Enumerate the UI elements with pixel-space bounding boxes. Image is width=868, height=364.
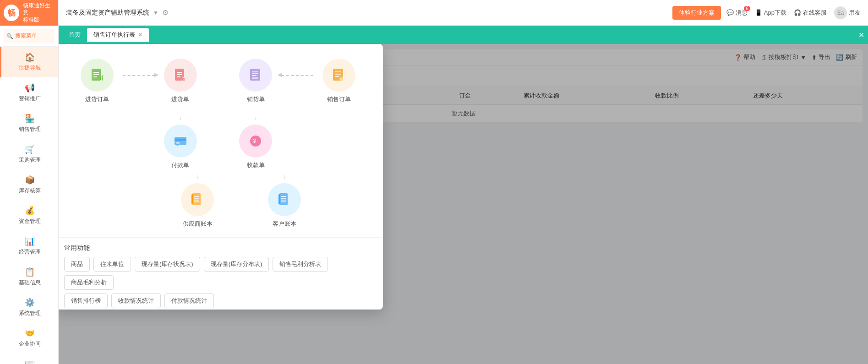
svg-text:✓: ✓ [182, 77, 186, 81]
tab-close-icon[interactable]: ✕ [138, 32, 142, 38]
topbar: 装备及固定资产辅助管理系统 ▼ ⚙ 体验行业方案 💬 消息 6 📱 App下载 … [59, 0, 868, 26]
modal-overlay[interactable]: 进货订单 ▶ [59, 44, 868, 364]
tabbar: 首页 销售订单执行表 ✕ ✕ [59, 26, 868, 44]
svg-text:$: $ [340, 77, 343, 81]
common-btns-row1: 商品 往来单位 现存量(库存状况表) 现存量(库存分布表) 销售毛利分析表 商品… [64, 257, 372, 290]
svg-rect-35 [278, 194, 280, 204]
common-btns-row2: 销售排行榜 收款情况统计 付款情况统计 [64, 293, 372, 308]
sales-bill-circle [239, 59, 272, 92]
message-item[interactable]: 💬 消息 6 [726, 9, 748, 17]
sidebar-item-purchase[interactable]: 🛒 采购管理 [0, 139, 58, 169]
sales-order-label: 销售订单 [327, 95, 351, 103]
receipt-circle: ¥ [239, 125, 272, 158]
sales-icon: 🏪 [25, 114, 35, 124]
sidebar: 畅 畅康通好生意 标准版 🔍 搜索菜单 🏠 快捷导航 📢 营销推广 🏪 [0, 0, 59, 364]
btn-sales-rank[interactable]: 销售排行榜 [64, 293, 108, 308]
inventory-icon: 📦 [25, 175, 35, 185]
flow-node-payment[interactable]: ¥ 付款单 [155, 125, 206, 169]
payment-circle: ¥ [164, 125, 197, 158]
avatar: Ea [834, 6, 847, 19]
topbar-title: 装备及固定资产辅助管理系统 ▼ ⚙ [66, 8, 667, 17]
app-icon: 📱 [755, 9, 762, 16]
svg-rect-28 [192, 193, 201, 205]
btn-partners[interactable]: 往来单位 [93, 257, 131, 272]
sales-bill-label: 销货单 [247, 95, 265, 103]
sidebar-item-quick-nav[interactable]: 🏠 快捷导航 [0, 47, 58, 77]
sidebar-item-guide[interactable]: 📖 新手引导 [0, 353, 58, 364]
system-name: 装备及固定资产辅助管理系统 [66, 9, 149, 17]
logo-icon: 畅 [4, 5, 19, 21]
online-service-item[interactable]: 🎧 在线客服 [794, 9, 827, 17]
tabbar-close-button[interactable]: ✕ [858, 31, 864, 39]
sidebar-item-inventory[interactable]: 📦 库存核算 [0, 169, 58, 200]
sales-order-circle: $ [322, 59, 355, 92]
sidebar-item-sales[interactable]: 🏪 销售管理 [0, 108, 58, 139]
btn-receipt-stats[interactable]: 收款情况统计 [111, 293, 161, 308]
service-icon: 🎧 [794, 9, 801, 16]
home-icon: 🏠 [25, 52, 35, 62]
guide-icon: 📖 [25, 359, 35, 364]
purchase-bill-circle: ✓ [164, 59, 197, 92]
user-item[interactable]: Ea 用友 [834, 6, 861, 19]
marketing-icon: 📢 [25, 83, 35, 93]
search-menu-button[interactable]: 🔍 搜索菜单 [4, 29, 55, 43]
flow-node-receipt[interactable]: ¥ 收款单 [230, 125, 281, 169]
app-container: 畅 畅康通好生意 标准版 🔍 搜索菜单 🏠 快捷导航 📢 营销推广 🏪 [0, 0, 868, 364]
sidebar-logo: 畅 畅康通好生意 标准版 [0, 0, 58, 26]
btn-stock-status[interactable]: 现存量(库存状况表) [135, 257, 200, 272]
btn-goods-profit[interactable]: 商品毛利分析 [64, 275, 114, 290]
flow-node-sales-order[interactable]: $ 销售订单 [313, 59, 365, 103]
supplier-ledger-circle [181, 183, 214, 216]
purchase-order-label: 进货订单 [85, 95, 109, 103]
purchase-order-circle [81, 59, 114, 92]
sidebar-item-marketing[interactable]: 📢 营销推广 [0, 77, 58, 108]
sidebar-item-cooperation[interactable]: 🤝 企业协同 [0, 323, 58, 353]
system-icon: ⚙️ [25, 298, 35, 308]
common-title: 常用功能 [64, 239, 372, 252]
cooperation-icon: 🤝 [25, 328, 35, 338]
svg-rect-15 [252, 77, 258, 79]
flow-node-customer-ledger[interactable]: 客户账本 [255, 183, 314, 228]
sidebar-item-system[interactable]: ⚙️ 系统管理 [0, 292, 58, 323]
supplier-ledger-label: 供应商账本 [183, 220, 213, 228]
svg-text:¥: ¥ [176, 142, 179, 147]
message-badge: 6 [744, 6, 750, 11]
logo-text: 畅康通好生意 标准版 [23, 2, 55, 24]
modal-box: 进货订单 ▶ [59, 44, 383, 310]
tab-sales-order[interactable]: 销售订单执行表 ✕ [87, 28, 149, 42]
flow-node-supplier-ledger[interactable]: 供应商账本 [168, 183, 227, 228]
btn-payment-stats[interactable]: 付款情况统计 [164, 293, 214, 308]
settings-icon[interactable]: ⚙ [162, 8, 169, 17]
btn-goods[interactable]: 商品 [64, 257, 90, 272]
flow-node-purchase-bill[interactable]: ✓ 进货单 [155, 59, 206, 103]
search-icon: 🔍 [6, 33, 13, 39]
receipt-label: 收款单 [247, 161, 265, 169]
basic-info-icon: 📋 [25, 267, 35, 277]
experience-button[interactable]: 体验行业方案 [672, 6, 721, 20]
purchase-icon: 🛒 [25, 144, 35, 154]
btn-stock-dist[interactable]: 现存量(库存分布表) [204, 257, 269, 272]
sidebar-item-finance[interactable]: 💰 资金管理 [0, 200, 58, 231]
sidebar-item-basic-info[interactable]: 📋 基础信息 [0, 261, 58, 292]
customer-ledger-circle [268, 183, 301, 216]
svg-rect-29 [191, 194, 193, 204]
svg-text:¥: ¥ [252, 137, 257, 145]
app-download-item[interactable]: 📱 App下载 [755, 9, 786, 17]
tab-home[interactable]: 首页 [62, 28, 87, 42]
finance-icon: 💰 [25, 206, 35, 216]
message-icon: 💬 [726, 9, 734, 16]
sidebar-search[interactable]: 🔍 搜索菜单 [0, 26, 58, 47]
flow-section: 进货订单 ▶ [59, 44, 383, 237]
sidebar-item-operations[interactable]: 📊 经营管理 [0, 231, 58, 261]
svg-rect-34 [279, 193, 288, 205]
svg-rect-23 [175, 139, 186, 141]
flow-node-purchase-order[interactable]: 进货订单 [71, 59, 123, 103]
purchase-bill-label: 进货单 [171, 95, 189, 103]
main-area: 装备及固定资产辅助管理系统 ▼ ⚙ 体验行业方案 💬 消息 6 📱 App下载 … [59, 0, 868, 364]
common-section: 常用功能 商品 往来单位 现存量(库存状况表) 现存量(库存分布表) 销售毛利分… [59, 237, 383, 310]
dropdown-arrow[interactable]: ▼ [153, 10, 158, 16]
btn-sales-profit[interactable]: 销售毛利分析表 [273, 257, 328, 272]
operations-icon: 📊 [25, 236, 35, 246]
flow-node-sales-bill[interactable]: 销货单 [230, 59, 281, 103]
content-area: ❓ 帮助 🖨 按模板打印 ▼ ⬆ 导出 🔄 刷新 [59, 44, 868, 364]
